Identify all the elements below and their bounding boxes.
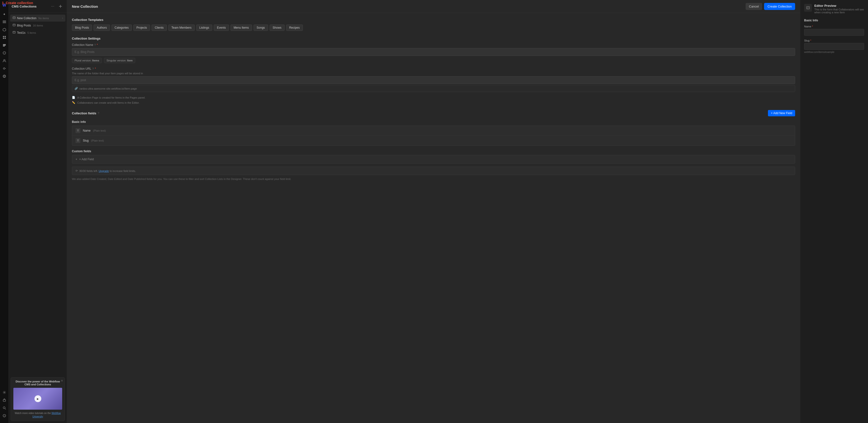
template-categories[interactable]: Categories: [112, 25, 132, 31]
field-slug-type: (Plain text): [91, 139, 104, 142]
svg-rect-6: [3, 38, 4, 39]
sidebar-item-label-0: New Collection: [17, 17, 36, 20]
fields-limit-row: ⟳ 30/30 fields left. Upgrade to increase…: [72, 167, 795, 175]
promo-banner: ✕ Discover the power of the Webflow CMS …: [11, 377, 65, 421]
sidebar-item-blog-posts[interactable]: Blog Posts 16 items: [10, 22, 65, 29]
collection-url-input[interactable]: [72, 76, 795, 84]
basic-info-subtitle: Basic info: [72, 120, 795, 124]
template-menu-items[interactable]: Menu Items: [230, 25, 252, 31]
svg-rect-8: [3, 44, 6, 45]
promo-title: Discover the power of the Webflow CMS an…: [13, 380, 62, 386]
collection-name-help-icon[interactable]: ?: [94, 43, 96, 46]
icon-bar-top: +: [1, 11, 8, 389]
settings-section-title: Collection Settings: [72, 37, 795, 40]
template-blog-posts[interactable]: Blog Posts: [72, 25, 92, 31]
plugin-icon[interactable]: [1, 397, 8, 403]
svg-point-13: [4, 60, 5, 61]
basic-fields-list: T Name (Plain text) T Slug (Plain text): [72, 126, 795, 146]
custom-fields-subtitle: Custom fields: [72, 150, 795, 153]
sidebar-item-badge-0: No items: [38, 17, 49, 20]
fields-header-left: Collection fields ?: [72, 111, 99, 115]
template-recipes[interactable]: Recipes: [286, 25, 303, 31]
add-new-field-button[interactable]: + Add New Field: [768, 110, 795, 116]
play-button[interactable]: ▶: [34, 395, 41, 402]
preview-slug-input: [804, 43, 864, 50]
cancel-button[interactable]: Cancel: [746, 3, 762, 10]
field-type-icon-name: T: [75, 128, 81, 133]
add-field-row[interactable]: + + Add Field: [72, 155, 795, 164]
promo-video[interactable]: ▶: [13, 388, 62, 410]
sidebar-item-arrow-0: ›: [62, 17, 63, 20]
sidebar-add-icon[interactable]: [57, 3, 64, 10]
promo-close-icon[interactable]: ✕: [61, 379, 63, 383]
collection-url-help-icon[interactable]: ?: [92, 67, 94, 70]
template-listings[interactable]: Listings: [196, 25, 213, 31]
template-shows[interactable]: Shows: [270, 25, 285, 31]
sidebar-collections: New Collection No items › Blog Posts 16 …: [9, 13, 67, 376]
svg-marker-3: [3, 28, 6, 31]
sidebar-item-badge-1: 16 items: [33, 24, 43, 27]
template-team-members[interactable]: Team Members: [168, 25, 195, 31]
editor-icon: ✏️: [72, 101, 75, 104]
template-projects[interactable]: Projects: [133, 25, 150, 31]
main-content: New Collection Cancel Create Collection …: [67, 0, 800, 423]
site-icon[interactable]: [1, 73, 8, 79]
fields-header: Collection fields ? + Add New Field: [72, 110, 795, 116]
cms-icon[interactable]: [1, 42, 8, 48]
template-songs[interactable]: Songs: [253, 25, 268, 31]
layers-icon[interactable]: [1, 19, 8, 25]
svg-rect-4: [3, 36, 4, 37]
settings-icon[interactable]: [1, 389, 8, 396]
users-icon[interactable]: [1, 57, 8, 64]
field-row-name: T Name (Plain text): [72, 126, 795, 136]
sidebar-header-actions: ···: [49, 3, 64, 10]
preview-panel: Editor Preview This is the form that Col…: [800, 0, 868, 423]
add-icon[interactable]: +: [1, 11, 8, 18]
svg-rect-26: [13, 17, 15, 19]
preview-name-label: Name *: [804, 25, 864, 28]
sidebar-item-new-collection[interactable]: New Collection No items ›: [10, 14, 65, 22]
create-collection-button[interactable]: Create Collection: [764, 3, 795, 10]
upgrade-link[interactable]: Upgrade: [99, 169, 109, 172]
info-row-1: ✏️ Collaborators can create and edit Ite…: [72, 101, 795, 104]
fields-help-icon[interactable]: ?: [98, 112, 99, 115]
field-slug-label: Slug: [83, 139, 89, 142]
icon-bar: W +: [0, 0, 9, 423]
logic-icon[interactable]: [1, 65, 8, 72]
svg-rect-9: [3, 45, 6, 46]
template-clients[interactable]: Clients: [152, 25, 167, 31]
sidebar-item-test1s[interactable]: Test1s 5 items: [10, 29, 65, 36]
preview-subtitle: This is the form that Collaborators will…: [814, 8, 864, 14]
preview-slug-required: *: [810, 39, 811, 42]
svg-rect-5: [5, 36, 6, 37]
preview-basic-info-title: Basic Info: [804, 19, 864, 22]
url-preview: 🔗 rardos-ultra-awesome-site.webflow.io//…: [72, 85, 795, 92]
sidebar-more-icon[interactable]: ···: [49, 3, 56, 10]
collection-name-field: Collection Name ? * Plural version: Item…: [72, 43, 795, 63]
zoom-icon[interactable]: [1, 404, 8, 411]
preview-slug-url: webflow.com/items/example: [804, 51, 864, 54]
preview-header: Editor Preview This is the form that Col…: [804, 4, 864, 14]
collection-name-input[interactable]: [72, 48, 795, 56]
collection-url-required: *: [95, 67, 96, 70]
collection-url-desc: The name of the folder that your Item pa…: [72, 72, 795, 75]
assets-icon[interactable]: [1, 34, 8, 41]
templates-section: Collection Templates Blog Posts Authors …: [72, 18, 795, 31]
sidebar-item-label-2: Test1s: [17, 31, 26, 34]
help-icon[interactable]: ?: [1, 412, 8, 419]
preview-icon: [804, 4, 812, 12]
sidebar-item-label-1: Blog Posts: [17, 24, 31, 27]
collection-name-label: Collection Name ? *: [72, 43, 795, 46]
fields-section-title: Collection fields: [72, 111, 96, 115]
svg-rect-28: [13, 24, 15, 26]
template-events[interactable]: Events: [214, 25, 229, 31]
ecommerce-icon[interactable]: [1, 50, 8, 56]
components-icon[interactable]: [1, 26, 8, 33]
collection-icon-2: [12, 31, 16, 34]
template-authors[interactable]: Authors: [93, 25, 110, 31]
svg-rect-10: [3, 46, 5, 46]
preview-name-field: Name *: [804, 25, 864, 36]
url-preview-text: rardos-ultra-awesome-site.webflow.io//it…: [80, 87, 137, 90]
field-name-label: Name: [83, 129, 91, 132]
svg-rect-32: [807, 6, 809, 9]
